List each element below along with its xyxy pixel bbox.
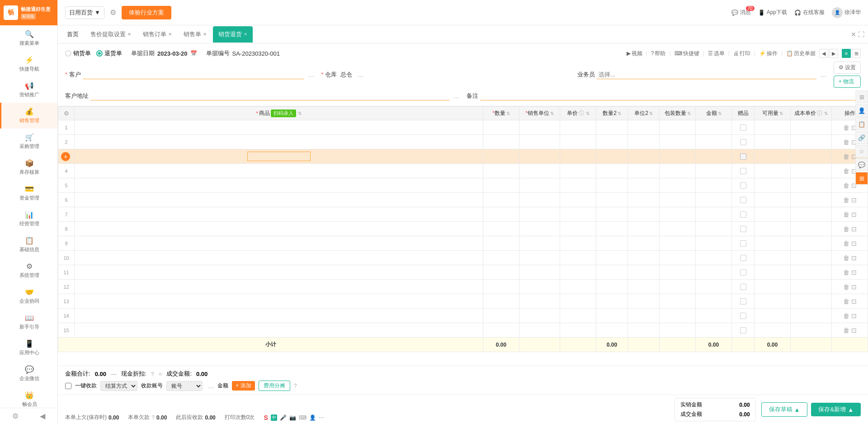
row-avail-cell-11[interactable] xyxy=(755,265,791,280)
row-unit2-cell-6[interactable] xyxy=(628,193,660,207)
row-avail-cell-7[interactable] xyxy=(755,207,791,222)
logistics-btn[interactable]: + 物流 xyxy=(834,76,861,88)
delete-icon-1[interactable]: 🗑 xyxy=(843,124,849,131)
row-unit2-cell-12[interactable] xyxy=(628,280,660,294)
row-price-cell-1[interactable] xyxy=(560,120,596,135)
row-cost-cell-1[interactable] xyxy=(791,120,832,135)
right-panel-btn-6[interactable]: 💬 xyxy=(855,158,868,171)
row-qty2-cell-9[interactable] xyxy=(596,236,628,251)
camera-icon[interactable]: 📷 xyxy=(289,414,296,421)
tab-close-4[interactable]: ✕ xyxy=(244,32,247,37)
row-avail-cell-15[interactable] xyxy=(755,323,791,338)
gift-checkbox-12[interactable] xyxy=(740,284,746,290)
right-panel-btn-2[interactable]: 👤 xyxy=(855,104,868,117)
row-unit2-cell-2[interactable] xyxy=(628,135,660,149)
row-avail-cell-12[interactable] xyxy=(755,280,791,294)
row-unit2-cell-9[interactable] xyxy=(628,236,660,251)
sidebar-item-10[interactable]: 🤝企业协同 xyxy=(0,283,57,309)
copy-icon-7[interactable]: ⊡ xyxy=(851,211,857,218)
row-qty-cell-7[interactable] xyxy=(483,207,519,222)
tab-item-3[interactable]: 销售单✕ xyxy=(178,26,212,43)
row-price-cell-9[interactable] xyxy=(560,236,596,251)
delete-icon-14[interactable]: 🗑 xyxy=(843,312,849,319)
delete-icon-11[interactable]: 🗑 xyxy=(843,269,849,276)
row-qty2-cell-1[interactable] xyxy=(596,120,628,135)
delete-icon-12[interactable]: 🗑 xyxy=(843,283,849,291)
tab-close-3[interactable]: ✕ xyxy=(203,32,207,37)
gift-checkbox-8[interactable] xyxy=(740,226,746,232)
module-selector[interactable]: 日用百货 ▼ xyxy=(65,6,104,19)
row-pack-cell-15[interactable] xyxy=(660,323,696,338)
row-pack-cell-1[interactable] xyxy=(660,120,696,135)
save-draft-btn[interactable]: 保存草稿 ▲ xyxy=(761,402,808,417)
sidebar-item-5[interactable]: 📦库存核算 xyxy=(0,154,57,180)
sidebar-item-12[interactable]: 📱应用中心 xyxy=(0,335,57,361)
row-pack-cell-11[interactable] xyxy=(660,265,696,280)
row-qty-cell-15[interactable] xyxy=(483,323,519,338)
sidebar-item-0[interactable]: 🔍搜索菜单 xyxy=(0,25,57,51)
gift-checkbox-7[interactable] xyxy=(740,211,746,218)
list-view-btn[interactable]: ≡ xyxy=(842,49,851,58)
row-unit-cell-7[interactable] xyxy=(519,207,560,222)
right-panel-btn-7[interactable]: ⊞ xyxy=(855,172,868,185)
row-pack-cell-13[interactable] xyxy=(660,294,696,309)
expand-tab-btn[interactable]: ⛶ xyxy=(858,31,864,38)
row-pack-cell-4[interactable] xyxy=(660,164,696,178)
delete-icon-15[interactable]: 🗑 xyxy=(843,327,849,334)
address-input[interactable] xyxy=(90,91,450,100)
sidebar-item-8[interactable]: 📋基础信息 xyxy=(0,232,57,257)
row-avail-cell-8[interactable] xyxy=(755,222,791,236)
row-qty-cell-13[interactable] xyxy=(483,294,519,309)
row-product-cell-2[interactable] xyxy=(75,135,483,149)
add-row-btn[interactable]: + xyxy=(61,152,70,161)
row-cost-cell-15[interactable] xyxy=(791,323,832,338)
row-product-cell-9[interactable] xyxy=(75,236,483,251)
sidebar-item-9[interactable]: ⚙系统管理 xyxy=(0,257,57,283)
row-price-cell-6[interactable] xyxy=(560,193,596,207)
row-product-cell-12[interactable] xyxy=(75,280,483,294)
app-download-item[interactable]: 📱 App下载 xyxy=(758,9,787,16)
row-amount-cell-1[interactable] xyxy=(696,120,732,135)
row-avail-cell-4[interactable] xyxy=(755,164,791,178)
operation-btn[interactable]: ⚡操作 xyxy=(759,50,778,57)
copy-icon-8[interactable]: ⊡ xyxy=(851,225,857,233)
tab-item-4[interactable]: 销货退货✕ xyxy=(213,26,253,43)
row-price-cell-8[interactable] xyxy=(560,222,596,236)
gift-checkbox-14[interactable] xyxy=(740,313,746,319)
row-qty-cell-8[interactable] xyxy=(483,222,519,236)
cost-sort[interactable]: ⇅ xyxy=(824,111,828,116)
row-product-cell-7[interactable] xyxy=(75,207,483,222)
delete-icon-8[interactable]: 🗑 xyxy=(843,225,849,233)
copy-icon-14[interactable]: ⊡ xyxy=(851,312,857,319)
payment-checkbox[interactable] xyxy=(65,383,71,389)
notification-item[interactable]: 💬 消息 70 xyxy=(731,9,751,16)
help-q[interactable]: ? xyxy=(151,371,154,377)
sidebar-item-13[interactable]: 💬企业微信 xyxy=(0,361,57,386)
save-new-btn[interactable]: 保存&新增 ▲ xyxy=(811,403,861,416)
row-qty-cell-9[interactable] xyxy=(483,236,519,251)
row-amount-cell-4[interactable] xyxy=(696,164,732,178)
account-select[interactable]: 账号 xyxy=(166,381,203,391)
row-amount-cell-2[interactable] xyxy=(696,135,732,149)
row-price-cell-13[interactable] xyxy=(560,294,596,309)
cost-info-icon[interactable]: ⓘ xyxy=(817,110,822,117)
right-panel-btn-4[interactable]: 🔗 xyxy=(855,131,868,144)
row-unit-cell-3[interactable] xyxy=(519,149,560,164)
row-unit-cell-13[interactable] xyxy=(519,294,560,309)
row-cost-cell-2[interactable] xyxy=(791,135,832,149)
sidebar-item-2[interactable]: 📢营销推广 xyxy=(0,77,57,103)
row-qty-cell-4[interactable] xyxy=(483,164,519,178)
gift-checkbox-10[interactable] xyxy=(740,255,746,261)
row-price-cell-11[interactable] xyxy=(560,265,596,280)
scan-btn[interactable]: 扫码录入 xyxy=(271,110,296,117)
avail-sort[interactable]: ⇅ xyxy=(779,111,783,116)
delete-icon-6[interactable]: 🗑 xyxy=(843,196,849,204)
row-amount-cell-12[interactable] xyxy=(696,280,732,294)
keyboard-icon[interactable]: ⌨ xyxy=(299,414,307,421)
select-btn[interactable]: ☰选单 xyxy=(708,50,725,57)
sidebar-item-3[interactable]: 💰销售管理 xyxy=(0,103,57,129)
row-pack-cell-3[interactable] xyxy=(660,149,696,164)
row-unit-cell-5[interactable] xyxy=(519,178,560,193)
row-amount-cell-8[interactable] xyxy=(696,222,732,236)
row-price-cell-14[interactable] xyxy=(560,309,596,323)
